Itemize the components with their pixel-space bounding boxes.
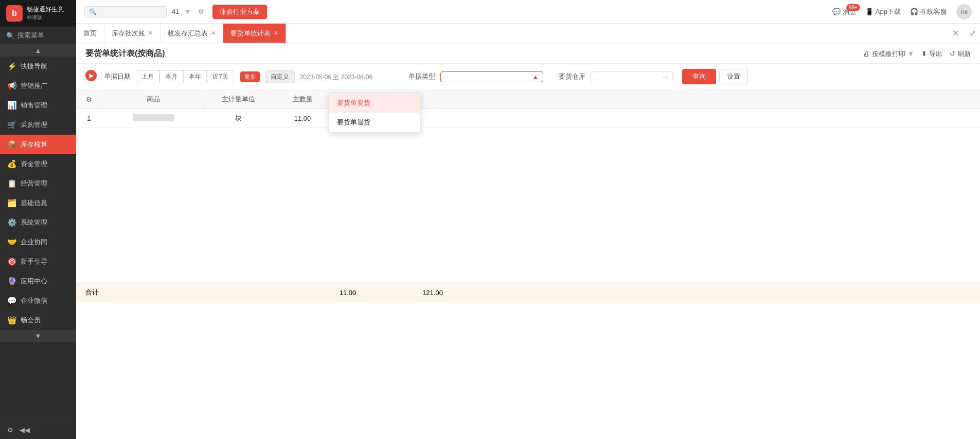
date-btn-last-month[interactable]: 上月 — [136, 70, 159, 83]
scroll-up-btn[interactable]: ▲ — [0, 45, 76, 57]
sidebar-item-membership[interactable]: 👑 畅会员 — [0, 310, 76, 330]
user-name: Rit — [960, 9, 967, 15]
filter-toggle-btn[interactable]: ▶ — [85, 70, 97, 81]
sidebar-item-basic-info[interactable]: 🗂️ 基础信息 — [0, 193, 76, 213]
sidebar-item-guide[interactable]: 🎯 新手引导 — [0, 252, 76, 271]
online-service-label: 在线客服 — [920, 7, 947, 16]
sidebar-item-operations[interactable]: 📋 经营管理 — [0, 174, 76, 193]
date-btn-this-month[interactable]: 本月 — [159, 70, 183, 83]
sidebar-item-app-center[interactable]: 🔮 应用中心 — [0, 271, 76, 291]
cell-index: 1 — [76, 109, 102, 128]
topbar-search[interactable]: 🔍 — [84, 6, 167, 17]
close-icon[interactable]: ✕ — [274, 30, 278, 36]
filter-row-date: 单据日期 上月 本月 本年 近7天 更多 自定义 2023-05-06 至 20… — [104, 69, 971, 84]
sidebar-item-label: 销售管理 — [21, 101, 47, 110]
sidebar-item-cooperation[interactable]: 🤝 企业协同 — [0, 232, 76, 252]
warehouse-filter-label: 要货仓库 — [559, 72, 585, 81]
sidebar-item-sales[interactable]: 📊 销售管理 — [0, 96, 76, 115]
mobile-icon: 📱 — [865, 8, 874, 15]
date-btn-this-year[interactable]: 本年 — [183, 70, 207, 83]
tab-inventory-batch[interactable]: 库存批次账 ✕ — [104, 24, 161, 43]
tabs-expand[interactable]: ⤢ — [965, 28, 980, 38]
refresh-icon: ↺ — [950, 50, 955, 58]
messages-btn[interactable]: 💬 消息 99+ — [832, 7, 856, 16]
total-footer: 合计 11.00 121.00 — [76, 282, 980, 302]
sidebar-settings-icon[interactable]: ⚙ — [7, 426, 13, 434]
sidebar-item-label: 系统管理 — [21, 218, 47, 227]
table-header-row: ⚙ 商品 主计量单位 主数量 零售金额 — [76, 90, 980, 109]
inventory-icon: 📦 — [7, 140, 16, 149]
quick-nav-icon: ⚡ — [7, 62, 16, 71]
tabs-close-all[interactable]: ✕ — [946, 28, 965, 38]
sidebar-logo: b 畅捷通好生意 标准版 — [0, 0, 76, 27]
app-download-label: App下载 — [876, 7, 901, 16]
col-unit: 主计量单位 — [205, 90, 272, 109]
tab-receive-send-label: 收发存汇总表 — [168, 29, 208, 38]
date-custom-btn[interactable]: 自定义 — [265, 70, 295, 83]
system-icon: ⚙️ — [7, 218, 16, 227]
page-header: 要货单统计表(按商品) 🖨 按模板打印 ▼ ⬇ 导出 ↺ 刷新 — [76, 43, 980, 64]
sidebar-search-label: 搜索菜单 — [17, 31, 44, 40]
export-btn[interactable]: ⬇ 导出 — [921, 49, 942, 59]
date-more-btn[interactable]: 更多 — [240, 71, 260, 82]
tab-home[interactable]: 首页 — [76, 24, 104, 43]
topbar-gear-icon[interactable]: ⚙ — [198, 8, 204, 15]
page-content: 要货单统计表(按商品) 🖨 按模板打印 ▼ ⬇ 导出 ↺ 刷新 ▶ — [76, 43, 980, 439]
sidebar-item-inventory[interactable]: 📦 库存核算 — [0, 135, 76, 154]
sidebar-item-purchase[interactable]: 🛒 采购管理 — [0, 115, 76, 135]
sidebar-collapse-icon[interactable]: ◀◀ — [20, 426, 30, 434]
type-dropdown-arrow[interactable]: ▲ — [532, 73, 539, 81]
date-btn-7days[interactable]: 近7天 — [207, 70, 234, 83]
sidebar-item-quick-nav[interactable]: ⚡ 快捷导航 — [0, 57, 76, 76]
col-gear[interactable]: ⚙ — [76, 90, 102, 109]
marketing-icon: 📢 — [7, 81, 16, 90]
col-extra — [400, 90, 980, 109]
tab-receive-send[interactable]: 收发存汇总表 ✕ — [161, 24, 223, 43]
table-area: ⚙ 商品 主计量单位 主数量 零售金额 1 块 — [76, 90, 980, 128]
close-icon[interactable]: ✕ — [148, 30, 153, 36]
logo-title: 畅捷通好生意 — [27, 6, 64, 14]
query-btn[interactable]: 查询 — [682, 69, 716, 84]
online-service-btn[interactable]: 🎧 在线客服 — [910, 7, 947, 16]
page-actions: 🖨 按模板打印 ▼ ⬇ 导出 ↺ 刷新 — [863, 49, 971, 59]
filter-btns: 查询 设置 — [682, 69, 748, 84]
close-icon[interactable]: ✕ — [211, 30, 216, 36]
print-btn[interactable]: 🖨 按模板打印 ▼ — [863, 49, 914, 59]
sidebar: b 畅捷通好生意 标准版 🔍 搜索菜单 ▲ ⚡ 快捷导航 📢 营销推广 📊 销售… — [0, 0, 76, 439]
sidebar-item-label: 经营管理 — [21, 179, 47, 188]
sidebar-item-label: 采购管理 — [21, 120, 47, 130]
setting-btn[interactable]: 设置 — [719, 69, 748, 84]
sidebar-search[interactable]: 🔍 搜索菜单 — [0, 27, 76, 45]
dropdown-item-order-goods[interactable]: 要货单要货 — [329, 93, 420, 113]
print-dropdown-arrow[interactable]: ▼ — [907, 50, 914, 58]
dropdown-item-order-return[interactable]: 要货单退货 — [329, 113, 420, 132]
scroll-down-btn[interactable]: ▼ — [0, 330, 76, 342]
membership-icon: 👑 — [7, 316, 16, 325]
table-spacer — [76, 128, 980, 282]
cell-quantity: 11.00 — [272, 109, 333, 128]
warehouse-more-icon[interactable]: ··· — [663, 73, 668, 81]
sidebar-item-enterprise-wechat[interactable]: 💬 企业微信 — [0, 291, 76, 310]
type-input[interactable] — [445, 73, 532, 81]
cell-extra — [400, 109, 980, 128]
tab-inventory-batch-label: 库存批次账 — [112, 29, 145, 38]
refresh-btn[interactable]: ↺ 刷新 — [950, 49, 971, 59]
messages-badge: 99+ — [846, 4, 860, 11]
sidebar-item-system[interactable]: ⚙️ 系统管理 — [0, 213, 76, 232]
type-select[interactable]: ▲ — [440, 71, 543, 82]
message-icon: 💬 — [832, 8, 841, 15]
total-label: 合计 — [85, 288, 209, 297]
trial-btn[interactable]: 体验行业方案 — [212, 5, 267, 19]
warehouse-select[interactable]: ··· — [591, 71, 673, 82]
sidebar-item-label: 基础信息 — [21, 198, 47, 208]
sidebar-item-marketing[interactable]: 📢 营销推广 — [0, 76, 76, 96]
user-avatar[interactable]: Rit — [956, 4, 972, 20]
app-download-btn[interactable]: 📱 App下载 — [865, 7, 901, 16]
data-table: ⚙ 商品 主计量单位 主数量 零售金额 1 块 — [76, 90, 980, 128]
date-filter-label: 单据日期 — [104, 72, 131, 81]
type-filter-label: 单据类型 — [408, 72, 435, 81]
tab-order-stats[interactable]: 要货单统计表 ✕ — [223, 24, 286, 43]
sidebar-item-label: 企业协同 — [21, 237, 47, 247]
sidebar-item-finance[interactable]: 💰 资金管理 — [0, 154, 76, 174]
dropdown-arrow[interactable]: ▼ — [184, 8, 191, 15]
